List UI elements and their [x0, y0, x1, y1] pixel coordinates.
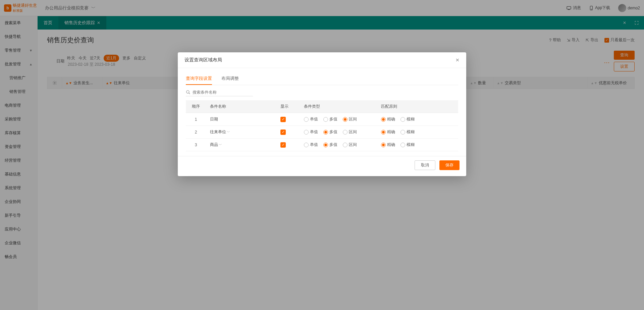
- radio-dot-icon: [304, 143, 309, 147]
- cell-type: 单值多值区间: [300, 126, 377, 139]
- cell-name: 商品﹀: [206, 139, 276, 151]
- radio-dot-icon: [323, 143, 328, 147]
- th-show: 显示: [276, 100, 300, 113]
- radio-match[interactable]: 精确: [381, 116, 395, 122]
- cell-type: 单值多值区间: [300, 113, 377, 126]
- cell-name: 往来单位﹀: [206, 126, 276, 139]
- radio-dot-icon: [381, 117, 386, 122]
- th-seq: 顺序: [186, 100, 206, 113]
- cell-seq: 2: [186, 126, 206, 139]
- cell-name: 日期: [206, 113, 276, 126]
- cell-type: 单值多值区间: [300, 139, 377, 151]
- modal-search[interactable]: [186, 89, 253, 96]
- cell-match: 精确模糊: [377, 113, 458, 126]
- modal-row: 3商品﹀✓单值多值区间精确模糊: [186, 139, 458, 151]
- check-icon: ✓: [280, 130, 286, 135]
- modal-tab-layout[interactable]: 布局调整: [221, 73, 239, 85]
- modal-row: 2往来单位﹀✓单值多值区间精确模糊: [186, 126, 458, 139]
- radio-dot-icon: [323, 117, 328, 122]
- cell-seq: 3: [186, 139, 206, 151]
- th-name: 条件名称: [206, 100, 276, 113]
- radio-dot-icon: [323, 130, 328, 135]
- radio-match[interactable]: 模糊: [400, 129, 415, 135]
- check-icon: ✓: [280, 142, 286, 148]
- radio-type[interactable]: 多值: [323, 129, 337, 135]
- radio-dot-icon: [343, 143, 347, 147]
- cell-show[interactable]: ✓: [276, 113, 300, 126]
- radio-dot-icon: [400, 130, 405, 135]
- radio-dot-icon: [304, 130, 309, 135]
- modal-search-input[interactable]: [193, 90, 253, 95]
- check-icon: ✓: [280, 117, 286, 122]
- radio-dot-icon: [400, 117, 405, 122]
- th-type: 条件类型: [300, 100, 377, 113]
- cancel-button[interactable]: 取消: [415, 160, 435, 170]
- search-icon: [186, 90, 191, 95]
- svg-point-4: [186, 91, 189, 93]
- modal-title: 设置查询区域布局: [184, 57, 222, 63]
- cell-show[interactable]: ✓: [276, 126, 300, 139]
- radio-dot-icon: [381, 143, 386, 147]
- modal-overlay[interactable]: 设置查询区域布局 ✕ 查询字段设置 布局调整 顺序 条件名称 显示: [0, 0, 644, 310]
- modal-table: 顺序 条件名称 显示 条件类型 匹配原则 1日期✓单值多值区间精确模糊2往来单位…: [186, 100, 458, 151]
- cell-show[interactable]: ✓: [276, 139, 300, 151]
- modal-tabs: 查询字段设置 布局调整: [186, 73, 458, 85]
- radio-dot-icon: [400, 143, 405, 147]
- radio-dot-icon: [304, 117, 309, 122]
- cell-match: 精确模糊: [377, 126, 458, 139]
- cell-match: 精确模糊: [377, 139, 458, 151]
- radio-type[interactable]: 区间: [343, 116, 357, 122]
- th-match: 匹配原则: [377, 100, 458, 113]
- radio-match[interactable]: 模糊: [400, 142, 415, 148]
- modal-tab-fields[interactable]: 查询字段设置: [186, 73, 212, 85]
- radio-type[interactable]: 区间: [343, 142, 357, 148]
- radio-match[interactable]: 模糊: [400, 116, 415, 122]
- cell-seq: 1: [186, 113, 206, 126]
- chevron-down-icon[interactable]: ﹀: [227, 130, 230, 134]
- radio-type[interactable]: 单值: [304, 116, 318, 122]
- modal-close-icon[interactable]: ✕: [455, 57, 460, 63]
- radio-dot-icon: [381, 130, 386, 135]
- radio-type[interactable]: 单值: [304, 142, 318, 148]
- save-button[interactable]: 保存: [439, 160, 460, 170]
- radio-match[interactable]: 精确: [381, 142, 395, 148]
- modal-row: 1日期✓单值多值区间精确模糊: [186, 113, 458, 126]
- radio-type[interactable]: 单值: [304, 129, 318, 135]
- radio-dot-icon: [343, 117, 347, 122]
- chevron-down-icon[interactable]: ﹀: [219, 143, 222, 147]
- radio-type[interactable]: 多值: [323, 116, 337, 122]
- radio-type[interactable]: 区间: [343, 129, 357, 135]
- settings-modal: 设置查询区域布局 ✕ 查询字段设置 布局调整 顺序 条件名称 显示: [178, 52, 466, 176]
- radio-dot-icon: [343, 130, 347, 135]
- radio-type[interactable]: 多值: [323, 142, 337, 148]
- radio-match[interactable]: 精确: [381, 129, 395, 135]
